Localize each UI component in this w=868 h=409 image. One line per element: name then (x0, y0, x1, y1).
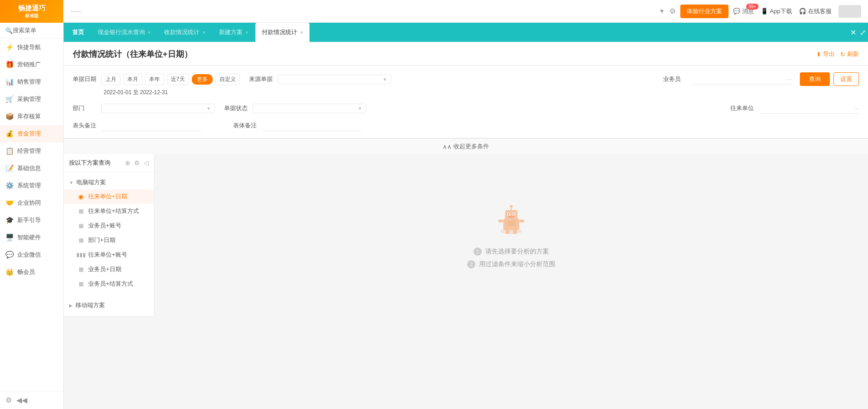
sidebar-item-purchase[interactable]: 🛒 采购管理 (0, 91, 63, 108)
sidebar-item-sales[interactable]: 📊 销售管理 (0, 73, 63, 91)
panel-actions: ⊕ ⚙ ◁ (125, 159, 149, 167)
tab-bank[interactable]: 现金银行流水查询 × (91, 23, 157, 42)
export-button[interactable]: ⬆ 导出 (816, 50, 835, 58)
collapse-more-button[interactable]: ∧∧ 收起更多条件 (64, 138, 868, 154)
desktop-scheme-header[interactable]: ▼ 电脑端方案 (64, 176, 154, 189)
sidebar-item-member[interactable]: 👑 畅会员 (0, 263, 63, 281)
tabbar-expand-btn[interactable]: ⤢ (860, 28, 866, 37)
sidebar-item-basic[interactable]: 📝 基础信息 (0, 160, 63, 177)
sidebar-item-marketing[interactable]: 🎁 营销推广 (0, 56, 63, 73)
body-note-input[interactable] (262, 120, 362, 131)
mobile-scheme-section: ▶ 移动端方案 (64, 295, 154, 316)
sidebar-search-label: 搜索菜单 (13, 26, 36, 35)
message-badge: 99+ (746, 4, 758, 10)
salesman-dots-icon[interactable]: ··· (787, 76, 792, 82)
hardware-icon: 🖥️ (5, 233, 14, 242)
member-icon: 👑 (5, 268, 14, 276)
filter-area: 单据日期 上月 本月 本年 近7天 更多 自定义 来源单据 ▼ (64, 66, 868, 138)
date-btn-last-month[interactable]: 上月 (101, 74, 120, 85)
sidebar-collapse-icon[interactable]: ◀◀ (16, 396, 27, 404)
tab-bank-close[interactable]: × (148, 30, 150, 35)
partner-input[interactable]: ··· (759, 103, 859, 114)
tab-receipt-close[interactable]: × (202, 30, 205, 35)
date-filter-group: 单据日期 上月 本月 本年 近7天 更多 自定义 (73, 74, 240, 85)
topbar-right: 💬 消息 99+ 📱 App下载 🎧 在线客服 (733, 5, 861, 18)
settings-button[interactable]: 设置 (833, 72, 859, 86)
filter-row-3: 表头备注 表体备注 (73, 120, 859, 131)
panel-settings-icon[interactable]: ⚙ (134, 159, 140, 167)
svg-point-8 (510, 205, 513, 207)
tabbar-close-btn[interactable]: ✕ (850, 28, 856, 37)
sidebar-item-guide[interactable]: 🎓 新手引导 (0, 212, 63, 229)
scheme-item-salesman-date[interactable]: ▦ 业务员+日期 (64, 262, 154, 277)
scheme-item-partner-settle[interactable]: ▦ 往来单位+结算方式 (64, 204, 154, 218)
collab-icon: 🤝 (5, 199, 14, 207)
salesman-input[interactable]: ··· (692, 74, 792, 85)
tab-home[interactable]: 首页 (66, 23, 90, 42)
online-service-btn[interactable]: 🎧 在线客服 (799, 7, 832, 15)
header-note-label: 表头备注 (73, 121, 98, 130)
left-panel: 按以下方案查询 ⊕ ⚙ ◁ ▼ 电脑端方案 ◉ 往来单位+日期 (64, 154, 155, 316)
dept-select[interactable]: ▼ (101, 104, 215, 113)
tab-new-close[interactable]: × (245, 30, 248, 35)
date-btn-more[interactable]: 更多 (192, 74, 213, 85)
svg-rect-11 (506, 229, 509, 234)
sidebar-item-quicknav[interactable]: ⚡ 快捷导航 (0, 39, 63, 56)
scheme-item-partner-account[interactable]: ▮▮▮ 往来单位+账号 (64, 247, 154, 262)
doc-status-select[interactable]: ▼ (253, 104, 366, 113)
partner-label: 往来单位 (730, 104, 755, 112)
empty-illustration (493, 202, 529, 238)
mobile-scheme-header[interactable]: ▶ 移动端方案 (64, 298, 154, 312)
date-btn-this-year[interactable]: 本年 (145, 74, 164, 85)
scheme-item-dept-date[interactable]: ▦ 部门+日期 (64, 233, 154, 247)
date-btn-7days[interactable]: 近7天 (167, 74, 189, 85)
guide-icon: 🎓 (5, 216, 14, 224)
header-note-input[interactable] (101, 120, 201, 131)
sidebar-item-operations[interactable]: 📋 经营管理 (0, 142, 63, 160)
system-icon: ⚙️ (5, 182, 14, 190)
breadcrumb-chevron[interactable]: ▼ (659, 8, 665, 15)
scheme-item-salesman-settle[interactable]: ▦ 业务员+结算方式 (64, 277, 154, 291)
scheme-item-salesman-account[interactable]: ▦ 业务员+账号 (64, 218, 154, 233)
date-btn-custom[interactable]: 自定义 (215, 74, 240, 85)
content-layout: 按以下方案查询 ⊕ ⚙ ◁ ▼ 电脑端方案 ◉ 往来单位+日期 (64, 154, 868, 316)
panel-collapse-icon[interactable]: ◁ (144, 159, 149, 167)
app-download-btn[interactable]: 📱 App下载 (761, 7, 792, 15)
right-panel: 1 请先选择要分析的方案 2 用过滤条件来缩小分析范围 (155, 154, 868, 316)
scheme-item-partner-date[interactable]: ◉ 往来单位+日期 (64, 189, 154, 204)
date-btn-this-month[interactable]: 本月 (123, 74, 142, 85)
doc-status-label: 单据状态 (224, 104, 249, 112)
doc-status-arrow: ▼ (358, 106, 362, 111)
refresh-button[interactable]: ↻ 刷新 (840, 50, 859, 58)
phone-icon: 📱 (761, 8, 768, 15)
trial-button[interactable]: 体验行业方案 (680, 5, 728, 18)
wechat-icon: 💬 (5, 251, 14, 259)
partner-filter-group: 往来单位 ··· (730, 103, 859, 114)
left-panel-title: 按以下方案查询 (69, 159, 121, 167)
tab-new[interactable]: 新建方案 × (213, 23, 254, 42)
app-name: 畅捷通巧 (18, 4, 45, 13)
source-select[interactable]: ▼ (278, 75, 391, 84)
tab-payment-close[interactable]: × (300, 30, 303, 35)
sidebar-bottom: ⚙ ◀◀ (0, 391, 63, 409)
sidebar-item-inventory[interactable]: 📦 库存核算 (0, 108, 63, 125)
tab-payment[interactable]: 付款情况统计 × (255, 23, 309, 42)
sidebar-item-search[interactable]: 🔍 搜索菜单 (0, 23, 63, 39)
partner-dots-icon[interactable]: ··· (854, 105, 859, 111)
sidebar-item-funds[interactable]: 💰 资金管理 (0, 125, 63, 142)
sidebar-item-system[interactable]: ⚙️ 系统管理 (0, 177, 63, 194)
tab-receipt[interactable]: 收款情况统计 × (158, 23, 211, 42)
topbar-gear-icon[interactable]: ⚙ (669, 7, 676, 15)
sidebar-item-hardware[interactable]: 🖥️ 智能硬件 (0, 229, 63, 246)
message-btn[interactable]: 💬 消息 99+ (733, 7, 754, 15)
marketing-icon: 🎁 (5, 61, 14, 69)
export-icon: ⬆ (816, 51, 821, 58)
filter-row-1: 单据日期 上月 本月 本年 近7天 更多 自定义 来源单据 ▼ (73, 72, 859, 86)
query-button[interactable]: 查询 (800, 72, 830, 86)
panel-add-icon[interactable]: ⊕ (125, 159, 130, 167)
sidebar-item-collab[interactable]: 🤝 企业协同 (0, 194, 63, 212)
user-avatar[interactable] (838, 5, 861, 18)
settings-icon[interactable]: ⚙ (5, 396, 12, 404)
sidebar-item-wechat[interactable]: 💬 企业微信 (0, 246, 63, 263)
header-note-group: 表头备注 (73, 120, 201, 131)
